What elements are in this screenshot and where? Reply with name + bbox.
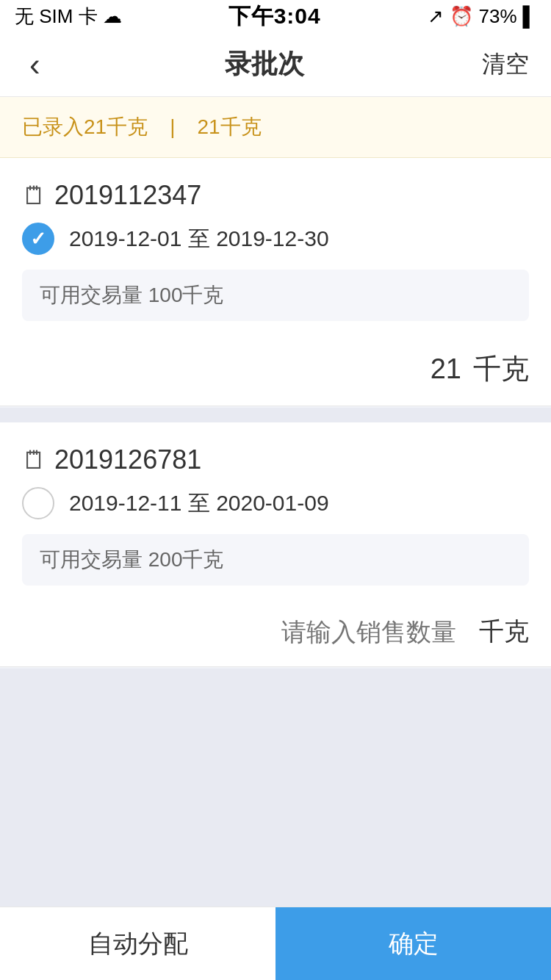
batch-id-2: 2019126781 [54, 444, 201, 475]
status-time: 下午3:04 [228, 1, 321, 32]
batch-card-1: 🗒 2019112347 2019-12-01 至 2019-12-30 可用交… [0, 158, 551, 406]
batch-id-1: 2019112347 [54, 180, 201, 211]
status-right: ↗ ⏰ 73% ▌ [428, 5, 536, 28]
total-amount: 21千克 [197, 113, 261, 141]
batch-date-2: 2019-12-11 至 2020-01-09 [69, 489, 329, 519]
summary-banner: 已录入21千克 | 21千克 [0, 97, 551, 158]
radio-2[interactable] [22, 487, 54, 519]
quantity-input-2[interactable] [22, 618, 467, 646]
quantity-unit-2: 千克 [479, 615, 529, 649]
page-title: 录批次 [225, 46, 304, 82]
section-separator [0, 408, 551, 422]
batch-icon-1: 🗒 [22, 181, 47, 210]
batch-date-row-2[interactable]: 2019-12-11 至 2020-01-09 [22, 487, 529, 519]
alarm-icon: ⏰ [450, 5, 473, 28]
confirm-button[interactable]: 确定 [276, 907, 551, 980]
recorded-amount: 已录入21千克 [22, 113, 148, 141]
status-left: 无 SIM 卡 ☁ [15, 4, 122, 29]
quantity-row-1: 21 千克 [0, 336, 551, 406]
batch-card-2: 🗒 2019126781 2019-12-11 至 2020-01-09 可用交… [0, 422, 551, 667]
status-bar: 无 SIM 卡 ☁ 下午3:04 ↗ ⏰ 73% ▌ [0, 0, 551, 32]
available-qty-1: 可用交易量 100千克 [22, 270, 529, 321]
auto-distribute-button[interactable]: 自动分配 [0, 907, 276, 980]
bottom-buttons: 自动分配 确定 [0, 907, 551, 980]
batch-id-row-2: 🗒 2019126781 [22, 444, 529, 475]
location-icon: ↗ [428, 5, 444, 28]
quantity-unit-1: 千克 [473, 350, 529, 388]
nav-bar: ‹ 录批次 清空 [0, 32, 551, 97]
batch-id-row-1: 🗒 2019112347 [22, 180, 529, 211]
battery-icon: ▌ [523, 5, 536, 28]
quantity-value-1: 21 [431, 353, 461, 385]
summary-divider: | [170, 115, 175, 139]
battery-percent: 73% [479, 5, 517, 28]
sim-label: 无 SIM 卡 ☁ [15, 4, 122, 29]
available-qty-2: 可用交易量 200千克 [22, 534, 529, 586]
clear-button[interactable]: 清空 [482, 48, 529, 81]
batch-icon-2: 🗒 [22, 446, 47, 475]
back-button[interactable]: ‹ [22, 39, 48, 90]
batch-date-1: 2019-12-01 至 2019-12-30 [69, 224, 329, 254]
quantity-input-row-2[interactable]: 千克 [0, 600, 551, 667]
batch-date-row-1[interactable]: 2019-12-01 至 2019-12-30 [22, 223, 529, 255]
radio-1[interactable] [22, 223, 54, 255]
